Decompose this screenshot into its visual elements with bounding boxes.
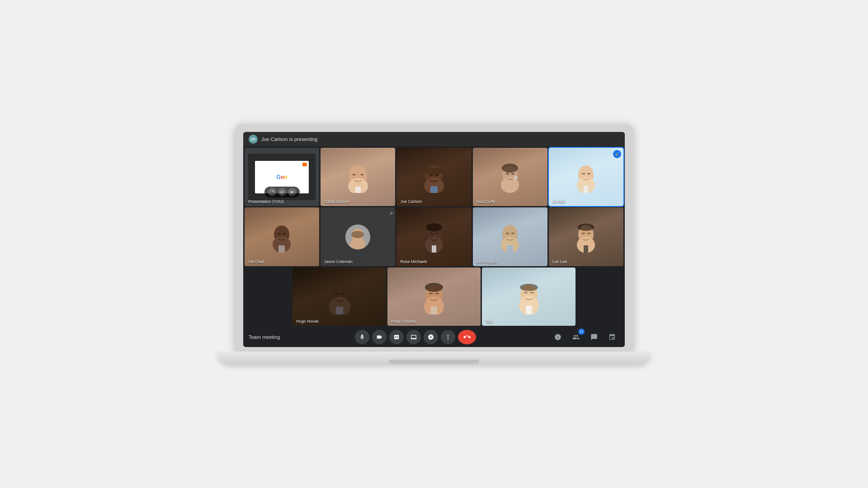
tile-jad: Jad Rogers — [473, 207, 547, 266]
cillian-face-svg — [344, 161, 372, 193]
tile-lan: Lan Lee — [549, 207, 623, 266]
val-face-svg — [269, 221, 294, 253]
row3-spacer-left — [245, 267, 291, 326]
svg-rect-41 — [507, 245, 513, 253]
svg-point-67 — [447, 338, 448, 339]
svg-rect-47 — [584, 245, 588, 253]
tile-hugo: Hugo Novak — [292, 267, 386, 326]
tile-jason: 🎤 Jason Coleman — [321, 207, 395, 266]
svg-rect-58 — [431, 306, 437, 314]
svg-rect-52 — [336, 307, 343, 314]
tile-rose: Rose Michaels — [396, 207, 471, 266]
nina-face-bg — [473, 148, 547, 206]
svg-rect-51 — [340, 293, 344, 295]
toolbar: Team meeting — [243, 327, 625, 347]
tile-you: You — [482, 267, 576, 326]
svg-point-65 — [447, 335, 448, 336]
svg-rect-14 — [511, 173, 514, 174]
meeting-name: Team meeting — [249, 334, 280, 340]
toolbar-right: 12 — [551, 330, 619, 344]
tile-priya: Priya Chadha — [387, 267, 481, 326]
video-row-2: Val Chali — [245, 207, 623, 266]
jo-speaking-badge: 🔊 — [613, 150, 621, 158]
presenter-initials: JC — [250, 137, 256, 141]
end-call-icon — [463, 333, 471, 341]
svg-rect-45 — [587, 233, 590, 234]
meet-ui: JC Joe Carlson is presenting G o — [243, 132, 625, 347]
more-icon — [445, 334, 451, 340]
pres-stop-btn[interactable]: ⊘ — [278, 188, 286, 196]
lan-face-svg — [574, 221, 599, 253]
cillian-face-bg — [321, 148, 395, 206]
svg-rect-64 — [526, 305, 532, 314]
tile-cillian-label: Cillian Garner — [324, 199, 349, 204]
rose-face-bg — [396, 207, 471, 266]
google-o1: o — [281, 174, 284, 180]
tile-cillian: Cillian Garner — [321, 148, 395, 206]
tile-rose-label: Rose Michaels — [400, 259, 427, 264]
pres-mic-btn[interactable]: 🎤 — [268, 188, 276, 196]
svg-rect-13 — [506, 173, 509, 174]
svg-rect-21 — [584, 186, 588, 193]
camera-icon — [376, 334, 382, 340]
presenter-bar: JC Joe Carlson is presenting — [243, 132, 625, 146]
chat-icon — [590, 333, 598, 341]
svg-rect-24 — [278, 233, 281, 235]
svg-point-66 — [447, 337, 448, 338]
captions-icon — [393, 334, 400, 340]
you-face-bg — [482, 267, 576, 326]
effects-button[interactable] — [424, 330, 438, 344]
info-button[interactable] — [551, 330, 565, 344]
tile-presentation-label: Presentation (YOU) — [248, 199, 284, 204]
tile-presentation: G o o 🎤 ⊘ ⊗ — [245, 148, 319, 206]
more-button[interactable] — [441, 330, 455, 344]
svg-rect-36 — [432, 245, 436, 253]
people-button[interactable]: 12 — [569, 330, 583, 344]
svg-rect-55 — [429, 293, 433, 294]
svg-rect-33 — [430, 233, 433, 234]
laptop-base — [217, 352, 651, 364]
priya-face-svg — [420, 278, 448, 314]
joe-face-bg — [396, 148, 471, 206]
mic-icon — [359, 334, 365, 340]
presenter-name-text: Joe Carlson is presenting — [261, 136, 317, 142]
svg-rect-34 — [435, 233, 439, 234]
activities-button[interactable] — [605, 330, 619, 344]
present-button[interactable] — [406, 330, 421, 344]
tile-joe: Joe Carlson — [396, 148, 471, 206]
screen-bezel: JC Joe Carlson is presenting G o — [235, 124, 633, 352]
lan-face-bg — [549, 207, 623, 266]
people-icon — [572, 333, 580, 341]
svg-rect-25 — [283, 233, 286, 235]
hugo-face-svg — [326, 278, 353, 314]
jason-avatar-container — [345, 225, 370, 249]
hugo-face-bg — [292, 267, 386, 326]
tile-jo-label: Jo Hall — [552, 199, 565, 204]
svg-rect-2 — [353, 174, 355, 175]
svg-point-9 — [425, 168, 443, 175]
jad-face-bg — [473, 207, 547, 266]
tile-val-label: Val Chali — [248, 259, 264, 264]
tile-val: Val Chali — [245, 207, 319, 266]
video-row-1: G o o 🎤 ⊘ ⊗ — [245, 148, 623, 206]
tile-joe-label: Joe Carlson — [400, 199, 422, 204]
end-call-button[interactable] — [458, 330, 476, 344]
svg-point-35 — [426, 223, 442, 231]
rose-face-svg — [422, 221, 447, 253]
laptop-screen: JC Joe Carlson is presenting G o — [243, 132, 625, 347]
svg-point-30 — [351, 231, 364, 238]
captions-button[interactable] — [389, 330, 404, 344]
jad-face-svg — [498, 221, 523, 253]
mic-button[interactable] — [355, 330, 369, 344]
laptop-container: JC Joe Carlson is presenting G o — [231, 124, 637, 364]
video-area: G o o 🎤 ⊘ ⊗ — [243, 146, 625, 327]
svg-point-46 — [578, 224, 594, 231]
chat-button[interactable] — [587, 330, 601, 344]
pres-exit-btn[interactable]: ⊗ — [288, 188, 296, 196]
people-count-badge: 12 — [578, 328, 585, 335]
tile-you-label: You — [486, 319, 492, 324]
camera-button[interactable] — [372, 330, 387, 344]
tile-jo: 🔊 Jo Hall — [549, 148, 623, 206]
presenter-avatar: JC — [249, 135, 258, 144]
priya-face-bg — [387, 267, 481, 326]
